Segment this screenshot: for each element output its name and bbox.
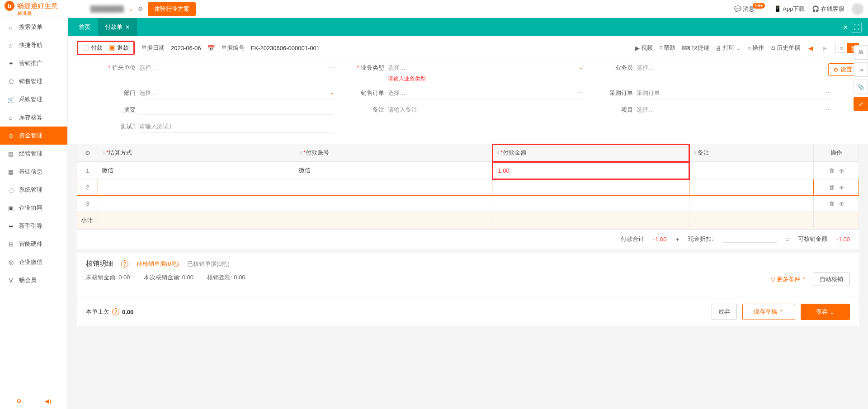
clerk-select[interactable]: 选择…⋯ [637, 62, 832, 74]
close-icon[interactable]: ✕ [125, 24, 130, 30]
purchaseorder-select[interactable]: 采购订单⋯ [637, 87, 832, 99]
cell-settle[interactable] [98, 196, 295, 212]
delete-icon[interactable]: 🗑 [829, 200, 835, 207]
col-gear[interactable]: ⚙ [77, 144, 98, 162]
help-icon[interactable]: ? [121, 260, 128, 268]
table-row[interactable]: 1 微信 微信 -1.00 🗑⊕ [77, 162, 859, 179]
cell-account[interactable] [295, 196, 492, 212]
sidebar-item-wecom[interactable]: ◎企业微信 [0, 253, 67, 271]
project-select[interactable]: 选择…⋯ [637, 104, 832, 116]
dock-attach-icon[interactable]: 📎 [854, 80, 868, 94]
save-button[interactable]: 保存 ⌄ [801, 304, 850, 320]
add-icon[interactable]: ⊕ [839, 200, 844, 207]
cell-remark[interactable] [689, 196, 814, 212]
gear-icon[interactable]: ⚙ [138, 5, 143, 12]
table-row[interactable]: 2 🗑⊕ [77, 179, 859, 196]
delete-icon[interactable]: 🗑 [829, 184, 835, 191]
operate-link[interactable]: ≡ 操作 [747, 44, 764, 52]
avatar[interactable] [852, 3, 863, 15]
sidebar-item-member[interactable]: V畅会员 [0, 271, 67, 289]
online-service-link[interactable]: 🎧 在线客服 [812, 5, 844, 13]
print-link[interactable]: 🖨 打印 ⌄ [716, 44, 741, 52]
cell-settle[interactable] [98, 179, 295, 196]
video-link[interactable]: ▶ 视频 [635, 44, 653, 52]
logo-text: 畅捷通好生意 [17, 2, 58, 10]
org-selector[interactable]: ████████ [90, 5, 124, 12]
auto-verify-button[interactable]: 自动核销 [813, 273, 850, 286]
history-link[interactable]: ⟲ 历史单据 [770, 44, 800, 52]
partner-select[interactable]: 选择…⋯ [139, 62, 335, 74]
sidebar-item-funds[interactable]: ⊙资金管理 [0, 127, 67, 145]
sidebar-item-basic[interactable]: ▦基础信息 [0, 163, 67, 181]
dock-import-icon[interactable]: ⇥ [854, 62, 868, 77]
sidebar-item-sales[interactable]: ⬡销售管理 [0, 72, 67, 90]
salesorder-select[interactable]: 选择…⋯ [388, 87, 583, 99]
cell-account[interactable] [295, 179, 492, 196]
next-icon[interactable]: ▶ [821, 45, 829, 52]
tab-home[interactable]: 首页 [71, 18, 98, 36]
search-icon: ⌕ [7, 24, 14, 31]
shortcut-link[interactable]: ⌨ 快捷键 [682, 44, 709, 52]
messages-link[interactable]: 💬 消息99+ [734, 5, 767, 13]
test1-input[interactable]: 请输入测试1 [139, 121, 335, 133]
help-icon[interactable]: ? [112, 308, 119, 315]
sidebar-item-hardware[interactable]: ⊞智能硬件 [0, 235, 67, 253]
radio-refund[interactable]: 退款 [109, 44, 129, 52]
view-list-icon[interactable]: ≡ [835, 43, 847, 53]
cash-disc-input[interactable] [722, 235, 777, 243]
expand-icon[interactable]: ⛶ [851, 22, 862, 33]
sidebar-item-marketing[interactable]: ✦营销推广 [0, 54, 67, 72]
date-value[interactable]: 2023-06-06 [171, 45, 201, 52]
cell-amount[interactable] [492, 196, 689, 212]
app-download-link[interactable]: 📱 App下载 [774, 5, 805, 13]
logo-icon: b [5, 1, 14, 11]
this-verify-amt: 本次核销金额: 0.00 [144, 273, 194, 282]
settings-button[interactable]: ⚙ 设置 [828, 63, 857, 76]
remark-input[interactable]: 请输入备注 [388, 104, 583, 116]
cell-remark[interactable] [689, 162, 814, 179]
cell-amount[interactable]: -1.00 [492, 162, 689, 179]
more-conditions-link[interactable]: ▽ 更多条件 ⌃ [771, 275, 807, 283]
dock-draft-icon[interactable]: 草 [854, 45, 868, 60]
collapse-icon[interactable]: ◀) [45, 398, 51, 404]
sidebar-item-search[interactable]: ⌕搜索菜单 [0, 18, 67, 36]
col-account[interactable]: ⇅付款账号 [295, 144, 492, 162]
biztype-select[interactable]: 选择…⌄ [388, 62, 583, 74]
chevron-down-icon[interactable]: ⌄ [128, 5, 133, 12]
table-row[interactable]: 3 🗑⊕ [77, 196, 859, 212]
settings-icon[interactable]: ⚙ [16, 398, 22, 404]
sidebar-item-guide[interactable]: ➦新手引导 [0, 217, 67, 235]
prev-icon[interactable]: ◀ [807, 45, 815, 52]
add-icon[interactable]: ⊕ [839, 184, 844, 191]
col-settle[interactable]: ⇅结算方式 [98, 144, 295, 162]
sidebar-item-collab[interactable]: ▣企业协同 [0, 199, 67, 217]
add-icon[interactable]: ⊕ [839, 167, 844, 174]
sidebar-item-system[interactable]: ◌系统管理 [0, 181, 67, 199]
calendar-icon[interactable]: 📅 [208, 45, 215, 52]
sidebar-item-purchase[interactable]: 🛒采购管理 [0, 90, 67, 108]
verify-tab-pending[interactable]: 待核销单据(0笔) [137, 260, 179, 268]
col-remark[interactable]: ⇅备注 [689, 144, 814, 162]
abandon-button[interactable]: 放弃 [712, 304, 737, 320]
sidebar-item-inventory[interactable]: ⌂库存核算 [0, 108, 67, 127]
sidebar-item-quicknav[interactable]: ⌂快捷导航 [0, 36, 67, 54]
radio-pay[interactable]: 付款 [83, 44, 103, 52]
tab-payment[interactable]: 付款单✕ [98, 18, 137, 36]
trial-button[interactable]: 体验行业方案 [148, 2, 196, 16]
sidebar-item-business[interactable]: ▤经营管理 [0, 145, 67, 163]
help-link[interactable]: ? 帮助 [659, 44, 675, 52]
cell-settle[interactable]: 微信 [98, 162, 295, 179]
cell-remark[interactable] [689, 179, 814, 196]
dock-expand-icon[interactable]: ⤢ [854, 97, 868, 111]
verify-tab-done[interactable]: 已核销单据(0笔) [187, 260, 230, 268]
dept-select[interactable]: 选择…⌄ [139, 87, 335, 99]
cell-amount[interactable] [492, 179, 689, 196]
save-draft-button[interactable]: 保存草稿 ⌃ [742, 304, 795, 320]
summary-input[interactable] [139, 104, 335, 115]
right-dock: 草 ⇥ 📎 ⤢ [854, 45, 868, 111]
close-all-icon[interactable]: ✕ [843, 24, 848, 31]
col-amount[interactable]: ⇅付款金额 [492, 144, 689, 162]
purchaseorder-label: 采购订单 [601, 87, 633, 97]
cell-account[interactable]: 微信 [295, 162, 492, 179]
delete-icon[interactable]: 🗑 [829, 167, 835, 174]
